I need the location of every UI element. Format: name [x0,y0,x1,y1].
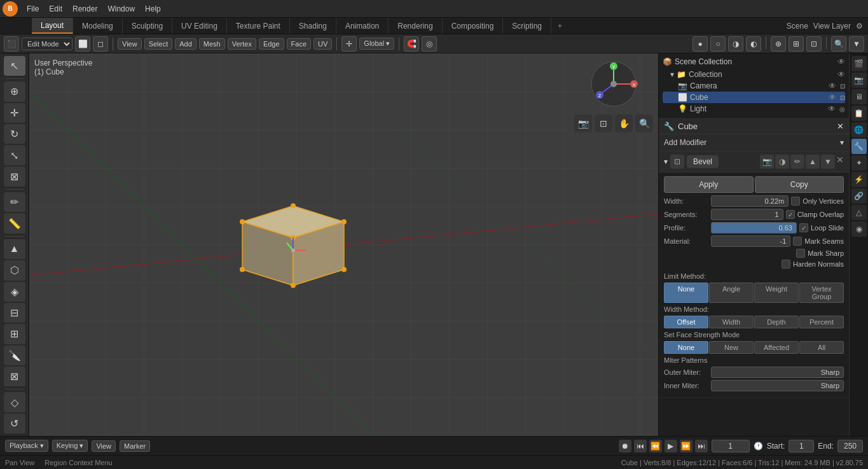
camera-item[interactable]: 📷 Camera 👁 ⊡ [663,80,845,92]
add-btn[interactable]: Add [175,38,196,50]
knife-tool[interactable]: 🔪 [4,346,25,365]
width-depth-btn[interactable]: Depth [754,316,799,328]
view-btn[interactable]: View [118,38,142,50]
cube-eye[interactable]: 👁 [829,93,836,102]
shading-mat-btn[interactable]: ◑ [728,36,743,52]
extrude-tool[interactable]: ▲ [4,239,25,259]
scene-prop-btn[interactable]: 🎬 [851,56,867,71]
tab-modeling[interactable]: Modeling [73,18,123,34]
nav-camera-btn[interactable]: 📷 [574,115,592,132]
light-eye[interactable]: 👁 [828,104,836,113]
nav-pan-btn[interactable]: ✋ [615,115,633,132]
keying-label[interactable]: Keying ▾ [52,440,88,452]
modifier-render-icon[interactable]: ◑ [775,155,789,169]
tab-uv-editing[interactable]: UV Editing [172,18,227,34]
select-btn[interactable]: Select [144,38,173,50]
record-btn[interactable]: ⏺ [619,440,631,452]
bevel-tool[interactable]: ◈ [4,282,25,302]
snap-icon[interactable]: 🧲 [404,36,419,52]
output-prop-btn[interactable]: 🖥 [851,89,867,104]
current-frame-input[interactable]: 1 [712,440,750,452]
modifier-toggle-icon[interactable]: ⊡ [670,155,684,169]
inner-miter-value[interactable]: Sharp [711,380,844,391]
bisect-tool[interactable]: ⊠ [4,367,25,386]
harden-normals-checkbox[interactable]: ✓ [782,260,790,269]
tab-texture-paint[interactable]: Texture Paint [227,18,290,34]
limit-none-btn[interactable]: None [664,283,708,303]
skip-end-btn[interactable]: ⏭ [695,440,708,452]
clamp-overlap-checkbox[interactable]: ✓ [786,210,795,219]
only-vertices-checkbox[interactable]: ✓ [791,197,800,206]
uv-btn[interactable]: UV [313,38,332,50]
loop-slide-checkbox[interactable]: ✓ [799,223,808,232]
search-btn[interactable]: 🔍 [831,36,846,52]
particle-prop-btn[interactable]: ✦ [851,155,867,171]
face-new-btn[interactable]: New [709,341,754,354]
start-frame-input[interactable]: 1 [789,440,814,452]
inset-tool[interactable]: ⬡ [4,260,25,280]
prev-frame-btn[interactable]: ⏪ [649,440,662,452]
menu-help[interactable]: Help [140,3,166,15]
apply-button[interactable]: Apply [664,176,754,193]
vertex-btn[interactable]: Vertex [228,38,256,50]
overlay-toggle[interactable]: ⊞ [789,36,804,52]
shear-tool[interactable]: ◇ [4,392,25,412]
limit-weight-btn[interactable]: Weight [754,283,799,303]
physics-prop-btn[interactable]: ⚡ [851,172,867,187]
mode-selector[interactable]: Edit Mode [22,38,72,50]
filter-btn[interactable]: ▼ [849,36,864,52]
rotate-tool[interactable]: ↻ [4,124,25,144]
transform-icon[interactable]: ✛ [341,36,357,52]
nav-search-btn[interactable]: 🔍 [635,115,653,132]
add-modifier-button[interactable]: Add Modifier ▾ [659,134,849,151]
segments-value[interactable]: 1 [711,209,783,220]
collection-item-eye[interactable]: 👁 [837,70,845,79]
proportional-icon[interactable]: ◎ [422,36,437,52]
collection-item[interactable]: ▾ 📁 Collection 👁 [663,69,845,80]
loop-cut-tool[interactable]: ⊟ [4,303,25,323]
view-layer-prop-btn[interactable]: 📋 [851,106,867,121]
move-tool[interactable]: ✛ [4,103,25,123]
object-data-prop-btn[interactable]: △ [851,205,867,220]
material-value[interactable]: -1 [711,235,790,247]
nav-sphere[interactable]: X Y Z [588,59,639,109]
modifier-prop-btn[interactable]: 🔧 [851,139,867,154]
collection-eye-icon[interactable]: 👁 [837,57,845,66]
camera-eye[interactable]: 👁 [829,81,836,90]
tab-layout[interactable]: Layout [32,18,73,34]
menu-render[interactable]: Render [67,3,102,15]
limit-vertex-group-btn[interactable]: Vertex Group [799,283,844,303]
face-btn[interactable]: Face [287,38,311,50]
shading-solid-btn[interactable]: ● [692,36,708,52]
xray-btn[interactable]: ⊡ [806,36,822,52]
width-width-btn[interactable]: Width [709,316,754,328]
spin-tool[interactable]: ↺ [4,414,25,433]
tab-shading[interactable]: Shading [290,18,336,34]
tab-compositing[interactable]: Compositing [443,18,504,34]
gizmo-btn[interactable]: ⊕ [771,36,786,52]
face-none-btn[interactable]: None [664,341,708,354]
view-label[interactable]: View [92,440,116,452]
modifier-up-icon[interactable]: ▲ [806,155,820,169]
limit-angle-btn[interactable]: Angle [709,283,754,303]
menu-window[interactable]: Window [102,3,140,15]
modifier-down-icon[interactable]: ▼ [821,155,835,169]
material-prop-btn[interactable]: ◉ [851,221,867,237]
prop-close-icon[interactable]: ✕ [837,122,844,131]
edge-btn[interactable]: Edge [259,38,284,50]
select-tool[interactable]: ↖ [4,56,25,76]
constraint-prop-btn[interactable]: 🔗 [851,188,867,204]
profile-value[interactable]: 0.63 [711,222,797,234]
scene-obj-prop-btn[interactable]: 🌐 [851,122,867,137]
modifier-edit-icon[interactable]: ✏ [790,155,804,169]
copy-button[interactable]: Copy [755,176,844,193]
measure-tool[interactable]: 📏 [4,213,25,233]
next-frame-btn[interactable]: ⏩ [680,440,692,452]
scale-tool[interactable]: ⤡ [4,145,25,165]
modifier-camera-icon[interactable]: 📷 [760,155,774,169]
transform-tool[interactable]: ⊠ [4,167,25,186]
tab-rendering[interactable]: Rendering [389,18,442,34]
playback-label[interactable]: Playback ▾ [5,440,48,452]
end-frame-input[interactable]: 250 [837,440,863,452]
face-affected-btn[interactable]: Affected [754,341,799,354]
